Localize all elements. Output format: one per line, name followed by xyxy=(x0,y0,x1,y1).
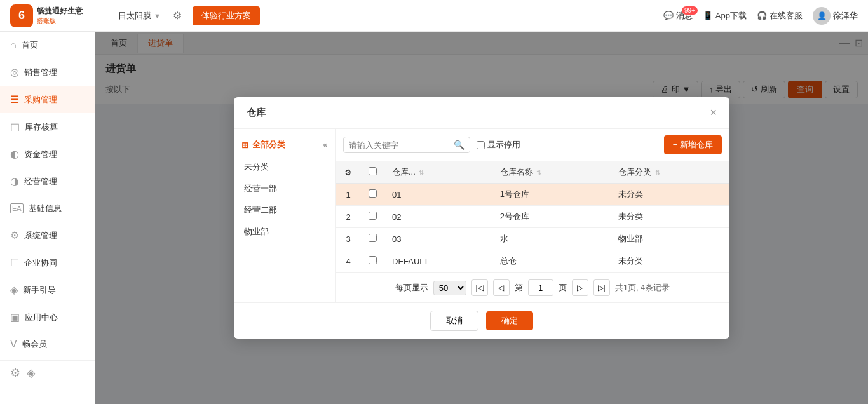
last-page-button[interactable]: ▷| xyxy=(593,279,610,296)
sidebar-speaker-icon[interactable]: ◈ xyxy=(27,366,36,380)
cat-all-item[interactable]: ⊞ 全部分类 « xyxy=(234,134,335,156)
page-size-dropdown[interactable]: 50 10 20 100 xyxy=(433,281,466,295)
sidebar-item-finance[interactable]: ◐ 资金管理 xyxy=(0,140,95,168)
sidebar-item-purchase[interactable]: ☰ 采购管理 xyxy=(0,86,95,113)
show-disabled-label[interactable]: 显示停用 xyxy=(477,139,520,151)
row-category-1: 未分类 xyxy=(611,184,729,206)
user-name: 徐泽华 xyxy=(833,10,858,22)
sales-icon: ◎ xyxy=(10,66,19,78)
cat-item-uncat[interactable]: 未分类 xyxy=(234,156,335,178)
main-content: 首页 进货单 — ⊡ 进货单 按以下 🖨 印 ▼ ↑ 导出 ↺ 刷新 查询 设置 xyxy=(95,32,868,404)
col-checkbox xyxy=(361,161,384,184)
row-name-1: 1号仓库 xyxy=(492,184,611,206)
sidebar-item-enterprise[interactable]: ☐ 企业协同 xyxy=(0,249,95,276)
sidebar-item-system[interactable]: ⚙ 系统管理 xyxy=(0,222,95,249)
total-info: 共1页, 4条记录 xyxy=(615,282,670,293)
show-disabled-checkbox[interactable] xyxy=(477,141,485,149)
col-settings: ⚙ xyxy=(336,161,361,184)
table-area: 🔍 显示停用 + 新增仓库 xyxy=(336,129,729,302)
cancel-button[interactable]: 取消 xyxy=(430,311,478,331)
guide-icon: ◈ xyxy=(10,284,18,296)
row-checkbox-4[interactable] xyxy=(361,250,384,273)
confirm-button[interactable]: 确定 xyxy=(486,311,533,330)
search-box: 🔍 xyxy=(343,137,470,153)
cat-item-dept1[interactable]: 经营一部 xyxy=(234,178,335,199)
table-row[interactable]: 1 01 1号仓库 未分类 xyxy=(336,184,729,206)
table-row[interactable]: 2 02 2号仓库 未分类 xyxy=(336,206,729,228)
modal-close-button[interactable]: × xyxy=(710,106,717,119)
cat-label-uncat: 未分类 xyxy=(244,161,269,173)
row-code-4: DEFAULT xyxy=(384,250,492,273)
col-name-sort: ⇅ xyxy=(536,169,541,176)
col-category-label: 仓库分类 xyxy=(618,167,651,177)
sidebar-item-basic[interactable]: EA 基础信息 xyxy=(0,195,95,222)
sidebar-item-inventory[interactable]: ◫ 库存核算 xyxy=(0,113,95,140)
app-header: 6 畅捷通好生意 搭账版 日太阳膜 ▼ ⚙ 体验行业方案 💬 消息 99+ 📱 … xyxy=(0,0,868,32)
logo: 6 畅捷通好生意 搭账版 xyxy=(10,4,105,27)
page-label: 第 xyxy=(515,282,523,293)
basic-icon: EA xyxy=(10,203,24,213)
sidebar-label-member: 畅会员 xyxy=(22,339,47,350)
first-page-button[interactable]: |◁ xyxy=(471,279,488,296)
sidebar-item-sales[interactable]: ◎ 销售管理 xyxy=(0,58,95,86)
add-warehouse-button[interactable]: + 新增仓库 xyxy=(664,135,722,154)
table-row[interactable]: 4 DEFAULT 总仓 未分类 xyxy=(336,250,729,273)
select-all-checkbox[interactable] xyxy=(369,167,377,175)
row-checkbox-3[interactable] xyxy=(361,228,384,250)
online-service[interactable]: 🎧 在线客服 xyxy=(757,10,803,22)
appstore-icon: ▣ xyxy=(10,311,20,323)
page-number-input[interactable] xyxy=(528,279,553,296)
sidebar-label-basic: 基础信息 xyxy=(29,203,62,214)
table-row[interactable]: 3 03 水 物业部 xyxy=(336,228,729,250)
cat-collapse-icon[interactable]: « xyxy=(323,140,327,149)
row-category-4: 未分类 xyxy=(611,250,729,273)
sidebar-item-guide[interactable]: ◈ 新手引导 xyxy=(0,276,95,304)
grid-icon: ⊞ xyxy=(241,140,248,150)
enterprise-icon: ☐ xyxy=(10,257,19,269)
user-menu[interactable]: 👤 徐泽华 xyxy=(813,7,858,25)
row-settings-3: 3 xyxy=(336,228,361,250)
col-name-label: 仓库名称 xyxy=(500,167,533,177)
sidebar-footer: ⚙ ◈ xyxy=(0,360,95,385)
row-checkbox-1[interactable] xyxy=(361,184,384,206)
app-download[interactable]: 📱 App下载 xyxy=(703,10,747,22)
cat-label-dept1: 经营一部 xyxy=(244,183,277,194)
search-input[interactable] xyxy=(349,140,454,150)
store-name: 日太阳膜 xyxy=(118,10,151,22)
sidebar-settings-icon[interactable]: ⚙ xyxy=(10,366,20,380)
cat-item-dept2[interactable]: 经营二部 xyxy=(234,199,335,221)
page-size-select: 50 10 20 100 xyxy=(433,281,466,295)
search-icon: 🔍 xyxy=(454,140,465,150)
cat-label-property: 物业部 xyxy=(244,226,269,238)
sidebar-item-home[interactable]: ⌂ 首页 xyxy=(0,32,95,58)
prev-page-button[interactable]: ◁ xyxy=(493,279,510,296)
col-code-sort: ⇅ xyxy=(419,169,424,176)
col-code: 仓库... ⇅ xyxy=(384,161,492,184)
logo-title: 畅捷通好生意 xyxy=(37,6,83,17)
row-settings-1: 1 xyxy=(336,184,361,206)
cat-item-property[interactable]: 物业部 xyxy=(234,221,335,243)
modal-body: ⊞ 全部分类 « 未分类 经营一部 经营二部 xyxy=(234,129,729,302)
message-icon: 💬 xyxy=(663,11,674,20)
next-page-button[interactable]: ▷ xyxy=(572,279,588,296)
header-right: 💬 消息 99+ 📱 App下载 🎧 在线客服 👤 徐泽华 xyxy=(663,7,858,25)
col-name: 仓库名称 ⇅ xyxy=(492,161,611,184)
sidebar-item-operation[interactable]: ◑ 经营管理 xyxy=(0,168,95,195)
trial-button[interactable]: 体验行业方案 xyxy=(193,6,260,25)
sidebar-item-member[interactable]: V 畅会员 xyxy=(0,331,95,358)
store-selector[interactable]: 日太阳膜 ▼ xyxy=(112,8,167,24)
store-dropdown-arrow: ▼ xyxy=(154,12,161,20)
row-checkbox-2[interactable] xyxy=(361,206,384,228)
settings-icon[interactable]: ⚙ xyxy=(167,6,187,26)
notifications[interactable]: 💬 消息 99+ xyxy=(663,10,693,22)
page-unit: 页 xyxy=(559,282,567,293)
row-settings-2: 2 xyxy=(336,206,361,228)
row-category-2: 未分类 xyxy=(611,206,729,228)
warehouse-table: ⚙ 仓库... ⇅ 仓库名称 ⇅ xyxy=(336,161,729,273)
row-settings-4: 4 xyxy=(336,250,361,273)
row-code-3: 03 xyxy=(384,228,492,250)
col-code-label: 仓库... xyxy=(392,167,416,177)
data-table: ⚙ 仓库... ⇅ 仓库名称 ⇅ xyxy=(336,161,729,273)
sidebar-item-appstore[interactable]: ▣ 应用中心 xyxy=(0,304,95,331)
logo-icon: 6 xyxy=(10,4,33,27)
